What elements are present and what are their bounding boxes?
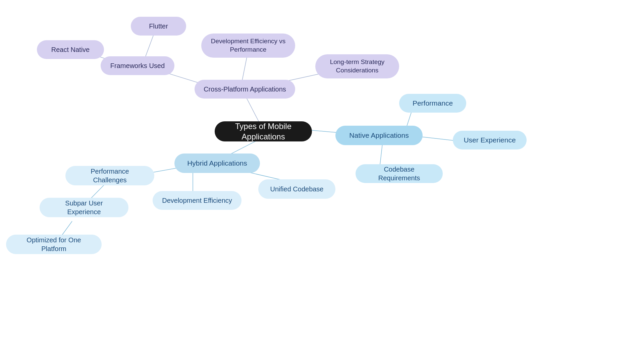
- dev-efficiency-vs-perf-node: Development Efficiency vsPerformance: [201, 34, 295, 58]
- flutter-node: Flutter: [131, 17, 186, 36]
- center-node: Types of Mobile Applications: [215, 121, 312, 141]
- codebase-requirements-node: Codebase Requirements: [356, 164, 443, 183]
- hybrid-applications-node: Hybrid Applications: [174, 154, 260, 173]
- unified-codebase-node: Unified Codebase: [258, 179, 335, 199]
- development-efficiency-node: Development Efficiency: [153, 191, 241, 210]
- optimized-one-platform-node: Optimized for One Platform: [6, 235, 102, 254]
- native-applications-node: Native Applications: [335, 126, 423, 145]
- cross-platform-node: Cross-Platform Applications: [195, 80, 295, 99]
- user-experience-node: User Experience: [453, 131, 527, 149]
- svg-line-4: [242, 55, 247, 82]
- longterm-strategy-node: Long-term StrategyConsiderations: [315, 54, 399, 78]
- performance-node: Performance: [399, 94, 466, 113]
- react-native-node: React Native: [37, 40, 104, 59]
- svg-line-7: [146, 33, 154, 56]
- subpar-user-experience-node: Subpar User Experience: [40, 198, 128, 217]
- frameworks-used-node: Frameworks Used: [101, 56, 174, 75]
- performance-challenges-node: Performance Challenges: [65, 166, 154, 185]
